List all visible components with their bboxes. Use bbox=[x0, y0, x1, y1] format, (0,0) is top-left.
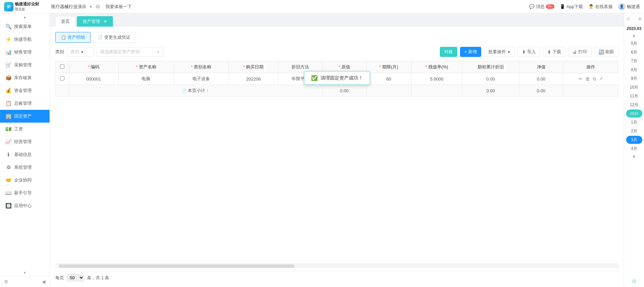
sidebar-item-basic[interactable]: ℹ 基础信息 bbox=[0, 148, 50, 161]
more-icon[interactable]: ↗ bbox=[599, 76, 603, 82]
reconcile-label: 对账 bbox=[444, 49, 453, 55]
sub-tab-voucher[interactable]: 📄 变更生成凭证 bbox=[92, 32, 136, 43]
horizontal-scrollbar[interactable] bbox=[55, 263, 618, 268]
panel-scroll-down[interactable]: ▼ bbox=[632, 154, 636, 159]
assets-icon: 🏢 bbox=[5, 113, 11, 119]
copy-icon[interactable]: ⧉ bbox=[593, 76, 596, 82]
sidebar-scroll-down[interactable]: ▼ bbox=[0, 269, 50, 276]
select-all-checkbox[interactable] bbox=[60, 64, 64, 69]
message-icon: 💬 bbox=[529, 4, 534, 9]
sidebar-item-operations[interactable]: 📈 经营管理 bbox=[0, 135, 50, 148]
month-item-2[interactable]: 2月 bbox=[626, 127, 642, 135]
toast-check-icon: ✅ bbox=[311, 75, 318, 81]
message-label: 消息 bbox=[536, 4, 545, 10]
refresh-button[interactable]: 🔄 刷新 bbox=[594, 47, 618, 57]
tab-home-label: 首页 bbox=[61, 19, 70, 24]
inventory-icon: 📦 bbox=[5, 75, 11, 81]
row-date-cell: 202206 bbox=[228, 73, 278, 85]
subtotal-initial-cell: 0.00 bbox=[462, 85, 519, 97]
sidebar-item-label: 总账管理 bbox=[14, 100, 32, 106]
sidebar: ▲ 🔍 搜索菜单 ⚡ 快捷导航 📊 销售管理 🛒 采购管理 📦 库存核算 bbox=[0, 13, 50, 287]
online-service-btn[interactable]: 👨‍💼 在线客服 bbox=[588, 4, 613, 10]
settings-icon[interactable]: ⚙ bbox=[95, 3, 100, 10]
sidebar-collapse-icon[interactable]: ◀ bbox=[42, 279, 45, 284]
month-item-9[interactable]: 9月 bbox=[626, 74, 642, 83]
page-size-select[interactable]: 50 20 100 200 bbox=[67, 274, 84, 282]
company-name[interactable]: 医疗器械行业演示 bbox=[51, 4, 86, 10]
toast-message: 清理固定资产成功！ bbox=[320, 75, 363, 81]
month-item-10[interactable]: 10月 bbox=[626, 83, 642, 91]
sidebar-item-label: 系统管理 bbox=[14, 164, 32, 170]
sidebar-item-apps[interactable]: 🔲 应用中心 bbox=[0, 199, 50, 212]
message-btn[interactable]: 💬 消息 99+ bbox=[529, 4, 554, 10]
reconcile-button[interactable]: 对账 bbox=[440, 47, 457, 57]
panel-bottom-icon[interactable]: ⊙ bbox=[632, 278, 636, 284]
download-button[interactable]: ⬇ 下载 bbox=[543, 47, 565, 57]
subtotal-rate-cell bbox=[411, 85, 462, 97]
tab-assets-label: 资产管理 bbox=[83, 19, 100, 24]
sidebar-bottom: ⚙ ◀ bbox=[0, 276, 50, 287]
delete-icon[interactable]: 🗑 bbox=[585, 76, 590, 82]
category-select-arrow: ▼ bbox=[81, 50, 84, 54]
sidebar-item-purchase[interactable]: 🛒 采购管理 bbox=[0, 59, 50, 71]
panel-expand-icon[interactable]: ⤢ bbox=[626, 16, 630, 22]
download-icon: ⬇ bbox=[547, 50, 551, 55]
add-button[interactable]: + 新增 bbox=[460, 47, 481, 57]
sidebar-item-guide[interactable]: 📖 新手引导 bbox=[0, 187, 50, 199]
experience-btn[interactable]: 我要体验一下 bbox=[105, 4, 132, 10]
sidebar-scroll-up[interactable]: ▲ bbox=[0, 13, 50, 20]
sidebar-item-salary[interactable]: 💵 工资 bbox=[0, 123, 50, 135]
panel-close-icon[interactable]: ✕ bbox=[638, 16, 642, 23]
month-item-11[interactable]: 11月 bbox=[626, 92, 642, 100]
table-container: ✅ 清理固定资产成功！ 编码 资产名称 bbox=[55, 61, 618, 263]
row-net-cell: 0.00 bbox=[519, 73, 563, 85]
tab-home[interactable]: 首页 bbox=[55, 16, 75, 27]
company-dropdown-icon[interactable]: ▼ bbox=[89, 5, 93, 9]
batch-button[interactable]: 批量操作 ▼ bbox=[484, 47, 515, 57]
tab-close-icon[interactable]: ✕ bbox=[103, 19, 107, 24]
month-item-8[interactable]: 8月 bbox=[626, 66, 642, 74]
month-item-12[interactable]: 12月 bbox=[626, 101, 642, 109]
print-button[interactable]: 🖨 打印 bbox=[568, 47, 591, 57]
row-checkbox[interactable] bbox=[60, 76, 64, 81]
panel-scroll-up[interactable]: ▲ bbox=[632, 33, 636, 38]
sidebar-settings-icon[interactable]: ⚙ bbox=[4, 279, 8, 284]
import-button[interactable]: ⬆ 导入 bbox=[518, 47, 540, 57]
sidebar-item-finance[interactable]: 💰 资金管理 bbox=[0, 84, 50, 97]
month-item-3-current[interactable]: 3月 bbox=[626, 136, 642, 144]
user-profile-btn[interactable]: 👤 畅捷通 bbox=[618, 3, 640, 10]
purchase-icon: 🛒 bbox=[5, 62, 11, 68]
sidebar-item-search[interactable]: 🔍 搜索菜单 bbox=[0, 20, 50, 33]
app-download-btn[interactable]: 📱 App下载 bbox=[560, 4, 583, 10]
col-name-header: 资产名称 bbox=[119, 61, 174, 73]
category-filter-select[interactable]: 类别 ▼ bbox=[67, 47, 94, 57]
sub-tab-voucher-label: 变更生成凭证 bbox=[104, 34, 130, 40]
sidebar-item-system[interactable]: ⚙ 系统管理 bbox=[0, 161, 50, 174]
app-name: 畅捷通好业财 bbox=[15, 1, 39, 7]
finance-icon: 💰 bbox=[5, 88, 11, 94]
edit-icon[interactable]: ✏ bbox=[579, 76, 583, 82]
category-filter-input[interactable]: 请选择固定资产类别 ▼ bbox=[96, 47, 164, 57]
sidebar-item-quicknav[interactable]: ⚡ 快捷导航 bbox=[0, 33, 50, 46]
quicknav-icon: ⚡ bbox=[5, 36, 11, 42]
refresh-icon: 🔄 bbox=[599, 50, 604, 55]
sidebar-nav: 🔍 搜索菜单 ⚡ 快捷导航 📊 销售管理 🛒 采购管理 📦 库存核算 💰 bbox=[0, 20, 50, 269]
sidebar-item-enterprise[interactable]: 🤝 企业协同 bbox=[0, 174, 50, 187]
sidebar-item-ledger[interactable]: 📋 总账管理 bbox=[0, 97, 50, 110]
sub-tab-detail[interactable]: 📋 资产明细 bbox=[55, 32, 91, 43]
guide-icon: 📖 bbox=[5, 190, 11, 196]
basic-icon: ℹ bbox=[5, 152, 11, 158]
col-initial-header: 期初累计折旧 bbox=[462, 61, 519, 73]
sidebar-item-label: 资金管理 bbox=[14, 88, 32, 94]
tab-assets[interactable]: 资产管理 ✕ bbox=[77, 16, 113, 27]
month-item-1[interactable]: 1月 bbox=[626, 118, 642, 126]
month-item-4[interactable]: 4月 bbox=[626, 145, 642, 153]
sidebar-item-assets[interactable]: 🏢 固定资产 bbox=[0, 110, 50, 123]
sidebar-item-sales[interactable]: 📊 销售管理 bbox=[0, 46, 50, 59]
month-item-6[interactable]: 6月 bbox=[626, 48, 642, 56]
month-item-7[interactable]: 7月 bbox=[626, 57, 642, 65]
scrollbar-thumb[interactable] bbox=[59, 264, 295, 268]
sidebar-item-inventory[interactable]: 📦 库存核算 bbox=[0, 71, 50, 84]
month-item-5[interactable]: 5月 bbox=[626, 39, 642, 47]
sub-tab-detail-label: 资产明细 bbox=[67, 34, 85, 40]
